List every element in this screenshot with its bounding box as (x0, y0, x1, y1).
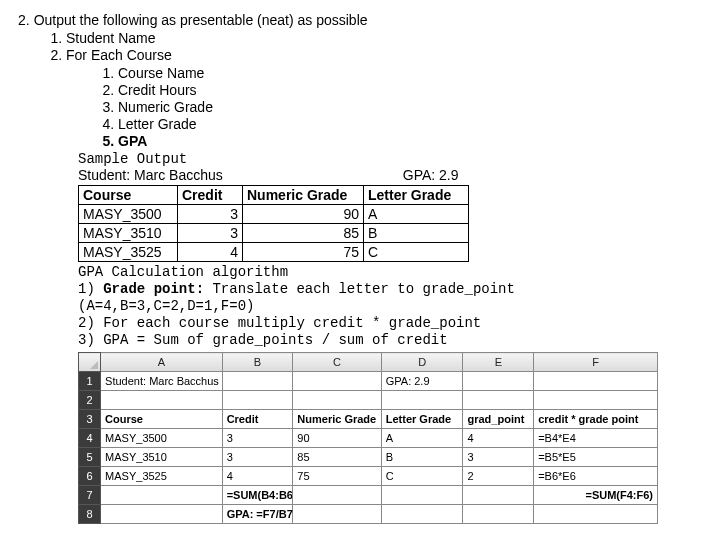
sheet-row: 1 Student: Marc Bacchus GPA: 2.9 (79, 372, 658, 391)
col-A[interactable]: A (101, 353, 223, 372)
cell-course: MASY_3510 (79, 224, 178, 243)
cell-num: 90 (243, 205, 364, 224)
cell-D8[interactable] (381, 505, 463, 524)
cell-D6[interactable]: C (381, 467, 463, 486)
sample-gpa: GPA: 2.9 (403, 167, 459, 183)
cell-B8[interactable]: GPA: =F7/B7 (222, 505, 293, 524)
cell-C5[interactable]: 85 (293, 448, 381, 467)
algo-title: GPA Calculation algorithm (78, 264, 702, 280)
sheet-row: 2 (79, 391, 658, 410)
th-course: Course (79, 186, 178, 205)
table-row: MASY_3510 3 85 B (79, 224, 469, 243)
cell-course: MASY_3525 (79, 243, 178, 262)
table-row: MASY_3525 4 75 C (79, 243, 469, 262)
cell-F8[interactable] (534, 505, 658, 524)
cell-A1[interactable]: Student: Marc Bacchus (101, 372, 223, 391)
subitem-course-name: Course Name (118, 65, 702, 81)
cell-C3[interactable]: Numeric Grade (293, 410, 381, 429)
cell-letter: A (364, 205, 469, 224)
algo-gradepoint: Grade point: (103, 281, 204, 297)
subitem-letter-grade: Letter Grade (118, 116, 702, 132)
row-5[interactable]: 5 (79, 448, 101, 467)
cell-B4[interactable]: 3 (222, 429, 293, 448)
cell-A3[interactable]: Course (101, 410, 223, 429)
cell-num: 75 (243, 243, 364, 262)
col-D[interactable]: D (381, 353, 463, 372)
cell-E3[interactable]: grad_point (463, 410, 534, 429)
row-4[interactable]: 4 (79, 429, 101, 448)
cell-C6[interactable]: 75 (293, 467, 381, 486)
cell-D7[interactable] (381, 486, 463, 505)
sample-student: Student: Marc Bacchus (78, 167, 223, 183)
cell-C7[interactable] (293, 486, 381, 505)
cell-D1[interactable]: GPA: 2.9 (381, 372, 463, 391)
col-C[interactable]: C (293, 353, 381, 372)
cell-E8[interactable] (463, 505, 534, 524)
cell-F4[interactable]: =B4*E4 (534, 429, 658, 448)
cell-credit: 4 (178, 243, 243, 262)
select-all-corner[interactable] (79, 353, 101, 372)
cell-C4[interactable]: 90 (293, 429, 381, 448)
cell-letter: B (364, 224, 469, 243)
subitem-numeric-grade: Numeric Grade (118, 99, 702, 115)
col-F[interactable]: F (534, 353, 658, 372)
cell-C1[interactable] (293, 372, 381, 391)
spreadsheet: A B C D E F 1 Student: Marc Bacchus GPA:… (78, 352, 658, 524)
item-student-name: Student Name (66, 30, 702, 46)
cell-F6[interactable]: =B6*E6 (534, 467, 658, 486)
row-6[interactable]: 6 (79, 467, 101, 486)
row-2[interactable]: 2 (79, 391, 101, 410)
cell-F5[interactable]: =B5*E5 (534, 448, 658, 467)
algo-line3: 3) GPA = Sum of grade_points / sum of cr… (78, 332, 702, 348)
col-header-row: A B C D E F (79, 353, 658, 372)
cell-B5[interactable]: 3 (222, 448, 293, 467)
sheet-row: 5 MASY_3510 3 85 B 3 =B5*E5 (79, 448, 658, 467)
row-7[interactable]: 7 (79, 486, 101, 505)
question-prompt: 2. Output the following as presentable (… (18, 12, 702, 28)
sample-table: Course Credit Numeric Grade Letter Grade… (78, 185, 469, 262)
cell-D4[interactable]: A (381, 429, 463, 448)
cell-D5[interactable]: B (381, 448, 463, 467)
col-E[interactable]: E (463, 353, 534, 372)
question-number: 2. (18, 12, 30, 28)
cell-B3[interactable]: Credit (222, 410, 293, 429)
cell-letter: C (364, 243, 469, 262)
cell-F7[interactable]: =SUM(F4:F6) (534, 486, 658, 505)
cell-B7[interactable]: =SUM(B4:B6) (222, 486, 293, 505)
row-3[interactable]: 3 (79, 410, 101, 429)
algo-line1: 1) Grade point: Translate each letter to… (78, 281, 702, 297)
cell-F1[interactable] (534, 372, 658, 391)
cell-A5[interactable]: MASY_3510 (101, 448, 223, 467)
sample-student-row: Student: Marc Bacchus GPA: 2.9 (78, 167, 702, 183)
cell-A7[interactable] (101, 486, 223, 505)
cell-credit: 3 (178, 224, 243, 243)
cell-E5[interactable]: 3 (463, 448, 534, 467)
sheet-row: 4 MASY_3500 3 90 A 4 =B4*E4 (79, 429, 658, 448)
row-8[interactable]: 8 (79, 505, 101, 524)
cell-E4[interactable]: 4 (463, 429, 534, 448)
subitem-gpa: GPA (118, 133, 702, 149)
sheet-row: 8 GPA: =F7/B7 (79, 505, 658, 524)
cell-E1[interactable] (463, 372, 534, 391)
cell-B1[interactable] (222, 372, 293, 391)
cell-A6[interactable]: MASY_3525 (101, 467, 223, 486)
cell-A8[interactable] (101, 505, 223, 524)
th-credit: Credit (178, 186, 243, 205)
cell-credit: 3 (178, 205, 243, 224)
algo-line2: 2) For each course multiply credit * gra… (78, 315, 702, 331)
algo-1-num: 1) (78, 281, 103, 297)
cell-E7[interactable] (463, 486, 534, 505)
cell-A2[interactable] (101, 391, 223, 410)
cell-A4[interactable]: MASY_3500 (101, 429, 223, 448)
row-1[interactable]: 1 (79, 372, 101, 391)
cell-F3[interactable]: credit * grade point (534, 410, 658, 429)
algo-line1-paren: (A=4,B=3,C=2,D=1,F=0) (78, 298, 702, 314)
table-row: MASY_3500 3 90 A (79, 205, 469, 224)
col-B[interactable]: B (222, 353, 293, 372)
sheet-row: 6 MASY_3525 4 75 C 2 =B6*E6 (79, 467, 658, 486)
sample-output-title: Sample Output (78, 151, 702, 167)
cell-D3[interactable]: Letter Grade (381, 410, 463, 429)
cell-B6[interactable]: 4 (222, 467, 293, 486)
cell-E6[interactable]: 2 (463, 467, 534, 486)
cell-C8[interactable] (293, 505, 381, 524)
